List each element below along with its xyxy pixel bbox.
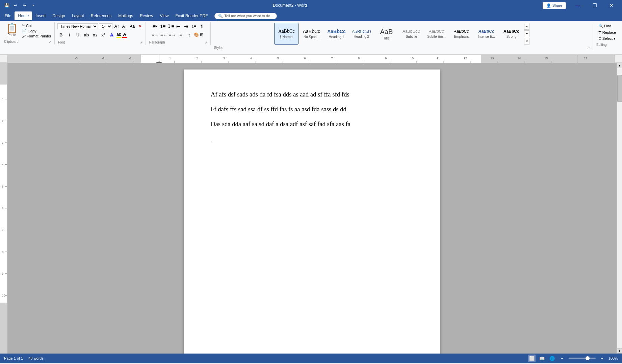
styles-gallery: AaBbCc ¶ Normal AaBbCc No Spac... AaBbCc… <box>274 23 523 45</box>
main-area: 1 2 3 4 5 6 7 8 9 10 Af afs dsf sads <box>0 63 622 354</box>
align-center-button[interactable]: ≡↔ <box>160 31 167 38</box>
highlight-icon: ab <box>116 32 121 37</box>
shading-button[interactable]: 🎨 <box>194 32 199 37</box>
paragraph-1: Af afs dsf sads ads da fd fsa dds as aad… <box>211 90 413 99</box>
highlight-color-bar <box>116 37 121 38</box>
restore-button[interactable]: ❐ <box>587 0 602 11</box>
show-marks-button[interactable]: ¶ <box>198 23 205 30</box>
vertical-scrollbar: ▲ ▼ <box>617 63 622 354</box>
sort-button[interactable]: ↕A <box>190 23 197 30</box>
clipboard-expand-icon[interactable]: ⤢ <box>49 40 52 44</box>
svg-text:13: 13 <box>491 57 494 60</box>
paste-button[interactable]: 📋 Paste <box>3 23 20 38</box>
svg-text:9: 9 <box>385 57 387 60</box>
zoom-in-button[interactable]: + <box>598 355 606 362</box>
font-size-select[interactable]: 14 <box>99 23 112 29</box>
font-expand-icon[interactable]: ⤢ <box>140 41 143 44</box>
minimize-button[interactable]: — <box>570 0 586 11</box>
highlight-color-button[interactable]: ab <box>116 32 121 38</box>
style-intense-em[interactable]: AaBbCc Intense E... <box>474 23 498 45</box>
underline-button[interactable]: U <box>74 31 82 38</box>
decrease-indent-button[interactable]: ⇤ <box>175 23 182 30</box>
copy-button[interactable]: 📄 Copy <box>21 28 52 33</box>
paragraph-expand-icon[interactable]: ⤢ <box>205 41 208 44</box>
borders-button[interactable]: ⊞ <box>200 32 203 37</box>
style-subtitle[interactable]: AaBbCcD Subtitle <box>399 23 423 45</box>
menu-review[interactable]: Review <box>136 11 156 20</box>
align-left-button[interactable]: ≡← <box>152 31 159 38</box>
subscript-button[interactable]: x₂ <box>91 31 99 38</box>
superscript-button[interactable]: x² <box>100 31 107 38</box>
style-normal[interactable]: AaBbCc ¶ Normal <box>274 23 299 45</box>
align-right-button[interactable]: ≡→ <box>169 31 176 38</box>
save-qa-button[interactable]: 💾 <box>3 1 11 9</box>
style-intense-em-preview: AaBbCc <box>478 29 494 34</box>
font-color-button[interactable]: A <box>122 32 127 38</box>
paragraph-4[interactable] <box>211 134 413 144</box>
change-case-button[interactable]: Aa <box>129 23 136 30</box>
clipboard-group-label: Clipboard ⤢ <box>3 40 52 44</box>
paste-icon: 📋 <box>6 24 18 33</box>
zoom-level[interactable]: 100% <box>608 356 618 360</box>
menu-home[interactable]: Home <box>15 11 32 20</box>
zoom-slider[interactable] <box>569 358 596 359</box>
menu-mailings[interactable]: Mailings <box>115 11 136 20</box>
menu-references[interactable]: References <box>87 11 115 20</box>
vertical-ruler: 1 2 3 4 5 6 7 8 9 10 <box>0 63 7 354</box>
cut-button[interactable]: ✂ Cut <box>21 23 52 28</box>
styles-scroll-up[interactable]: ▲ <box>524 23 529 30</box>
format-painter-button[interactable]: 🖌 Format Painter <box>21 34 52 38</box>
styles-scroll: ▲ ▼ ▽ <box>524 23 529 45</box>
scroll-up-button[interactable]: ▲ <box>617 63 622 68</box>
multilevel-button[interactable]: ↧≡ <box>167 23 174 30</box>
find-button[interactable]: 🔍 Find <box>596 23 618 29</box>
menu-foxit[interactable]: Foxit Reader PDF <box>172 11 211 20</box>
scrollbar-track[interactable] <box>617 68 622 348</box>
close-button[interactable]: ✕ <box>604 0 619 11</box>
style-heading1[interactable]: AaBbCc Heading 1 <box>324 23 348 45</box>
grow-font-button[interactable]: A↑ <box>113 23 120 30</box>
style-strong[interactable]: AaBbCc Strong <box>499 23 523 45</box>
clear-format-button[interactable]: ✕ <box>137 23 144 30</box>
undo-qa-button[interactable]: ↩ <box>11 1 20 9</box>
svg-text:15: 15 <box>544 57 548 60</box>
font-name-select[interactable]: Times New Roman <box>57 23 98 29</box>
ruler-side-right <box>615 55 622 62</box>
style-title[interactable]: AaB Title <box>374 23 398 45</box>
style-no-spacing[interactable]: AaBbCc No Spac... <box>299 23 323 45</box>
styles-expand-icon[interactable]: ⤢ <box>587 46 590 50</box>
bullets-button[interactable]: ≡• <box>152 23 158 30</box>
redo-qa-button[interactable]: ↪ <box>20 1 28 9</box>
menu-file[interactable]: File <box>1 11 15 20</box>
menu-insert[interactable]: Insert <box>32 11 49 20</box>
bold-button[interactable]: B <box>57 31 65 38</box>
justify-button[interactable]: ≡ <box>177 31 184 38</box>
line-spacing-button[interactable]: ↕ <box>185 31 193 38</box>
style-emphasis[interactable]: AaBbCc Emphasis <box>449 23 473 45</box>
read-mode-button[interactable]: 📖 <box>538 355 546 362</box>
ribbon-content: 📋 Paste ✂ Cut 📄 Copy 🖌 Format Painter <box>0 22 622 50</box>
zoom-out-button[interactable]: − <box>559 355 566 362</box>
increase-indent-button[interactable]: ⇥ <box>183 23 189 30</box>
select-button[interactable]: ⊡ Select ▾ <box>596 36 618 41</box>
share-button[interactable]: 👤 Share <box>543 2 566 9</box>
web-layout-button[interactable]: 🌐 <box>548 355 556 362</box>
print-layout-button[interactable]: ⬜ <box>528 355 536 362</box>
scrollbar-thumb[interactable] <box>617 75 622 102</box>
text-effects-button[interactable]: A <box>108 31 115 38</box>
styles-scroll-down[interactable]: ▼ <box>524 30 529 37</box>
menu-design[interactable]: Design <box>49 11 68 20</box>
customize-qa-button[interactable]: ▾ <box>29 1 37 9</box>
replace-button[interactable]: ⇄ Replace <box>596 29 618 35</box>
italic-button[interactable]: I <box>66 31 73 38</box>
styles-more[interactable]: ▽ <box>524 38 529 45</box>
scroll-down-button[interactable]: ▼ <box>617 348 622 354</box>
style-heading2[interactable]: AaBbCcD Heading 2 <box>349 23 373 45</box>
numbering-button[interactable]: 1≡ <box>159 23 166 30</box>
shrink-font-button[interactable]: A↓ <box>121 23 128 30</box>
strikethrough-button[interactable]: ab <box>83 31 90 38</box>
menu-view[interactable]: View <box>157 11 172 20</box>
menu-layout[interactable]: Layout <box>69 11 87 20</box>
tell-me-box[interactable]: 🔍 Tell me what you want to do... <box>214 13 277 19</box>
style-subtle-em[interactable]: AaBbCc Subtle Em... <box>424 23 448 45</box>
